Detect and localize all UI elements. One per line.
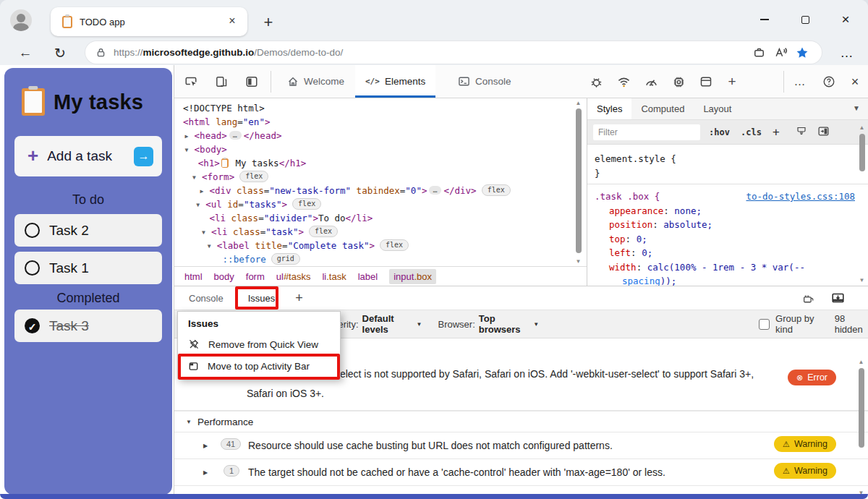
task-item[interactable]: Task 1 xyxy=(14,252,162,284)
scroll-down-icon[interactable]: ▼ xyxy=(856,277,867,283)
drawer-add-tab-plus-icon[interactable]: + xyxy=(291,291,307,306)
scrollbar-thumb[interactable] xyxy=(859,134,865,171)
twisty-open-icon[interactable]: ▼ xyxy=(202,226,211,239)
dock-right-icon[interactable] xyxy=(817,125,830,137)
task-item-completed[interactable]: Task 3 xyxy=(14,310,162,342)
window-close-button[interactable]: × xyxy=(829,10,862,29)
code-line[interactable]: ▼<label title="Complete task">flex xyxy=(174,239,574,252)
profile-avatar[interactable] xyxy=(10,9,32,31)
url-bar[interactable]: https://microsoftedge.github.io/Demos/de… xyxy=(85,41,822,64)
code-line[interactable]: ▼<body> xyxy=(174,142,574,156)
scrollbar-thumb[interactable] xyxy=(576,108,582,253)
error-badge[interactable]: ⊗ Error xyxy=(788,370,836,385)
chevron-down-icon[interactable]: ▼ xyxy=(853,104,860,112)
inline-style-rule[interactable]: element.style { } xyxy=(595,152,676,180)
twisty-open-icon[interactable]: ▼ xyxy=(186,419,192,425)
twisty-open-icon[interactable]: ▼ xyxy=(208,239,217,253)
breadcrumb-li.task[interactable]: li.task xyxy=(322,271,346,282)
twisty-closed-icon[interactable]: ▶ xyxy=(185,129,195,143)
issue-row-warning[interactable]: ▶ 1 The target should not be cached or h… xyxy=(174,459,868,486)
devtools-close-icon[interactable]: × xyxy=(844,72,866,92)
scrollbar-thumb[interactable] xyxy=(859,368,864,448)
code-line[interactable]: ▼<li class="task">flex xyxy=(174,225,574,239)
more-tools-plus-icon[interactable]: + xyxy=(721,72,743,92)
code-line[interactable]: <h1> My tasks</h1> xyxy=(174,156,574,170)
issue-row-warning[interactable]: ▶ 41 Resource should use cache busting b… xyxy=(174,432,868,459)
twisty-closed-icon[interactable]: ▶ xyxy=(200,184,209,198)
css-rule[interactable]: .task .box { to-do-styles.css:108 appear… xyxy=(595,189,855,286)
twisty-closed-icon[interactable]: ▶ xyxy=(203,443,208,449)
scroll-up-icon[interactable]: ▲ xyxy=(573,100,584,106)
refresh-button[interactable]: ↻ xyxy=(48,40,72,65)
code-line[interactable]: <!DOCTYPE html> xyxy=(174,101,574,115)
favorites-star-icon[interactable] xyxy=(791,42,813,64)
expand-drawer-icon[interactable] xyxy=(831,291,845,304)
task-checkbox-checked[interactable] xyxy=(25,318,40,333)
severity-filter-value[interactable]: Default levels xyxy=(362,313,412,335)
tab-styles[interactable]: Styles xyxy=(587,98,631,119)
task-item[interactable]: Task 2 xyxy=(14,214,162,247)
twisty-open-icon[interactable]: ▼ xyxy=(196,198,205,212)
breadcrumb-body[interactable]: body xyxy=(214,271,234,282)
browser-tab[interactable]: TODO app × xyxy=(51,7,247,36)
warning-badge[interactable]: ⚠ Warning xyxy=(774,436,836,452)
task-checkbox[interactable] xyxy=(25,260,40,276)
new-style-rule-plus-icon[interactable]: + xyxy=(773,124,780,140)
tab-welcome[interactable]: Welcome xyxy=(277,65,354,98)
issues-scrollbar[interactable]: ▲ ▼ xyxy=(856,359,867,496)
group-by-kind-checkbox[interactable] xyxy=(759,319,770,330)
devtools-menu-icon[interactable]: … xyxy=(789,72,811,92)
collections-icon[interactable] xyxy=(748,42,770,64)
twisty-open-icon[interactable]: ▼ xyxy=(192,171,202,184)
code-line[interactable]: ▶<div class="new-task-form" tabindex="0"… xyxy=(174,184,574,197)
scroll-up-icon[interactable]: ▲ xyxy=(856,124,867,131)
application-panel-icon[interactable] xyxy=(695,72,717,92)
styles-filter-input[interactable]: Filter xyxy=(593,124,700,140)
warning-badge[interactable]: ⚠ Warning xyxy=(774,463,836,479)
breadcrumb-input.box[interactable]: input.box xyxy=(389,269,436,284)
quick-view-tool-icon[interactable] xyxy=(802,292,816,305)
device-emulation-icon[interactable] xyxy=(210,72,232,92)
breadcrumb-ul#tasks[interactable]: ul#tasks xyxy=(276,271,311,282)
issues-section-performance[interactable]: ▼ Performance xyxy=(174,411,868,432)
read-aloud-icon[interactable] xyxy=(770,42,791,64)
toggle-class[interactable]: .cls xyxy=(741,124,762,140)
tab-elements[interactable]: </> Elements xyxy=(355,65,435,98)
scroll-down-icon[interactable]: ▼ xyxy=(573,258,584,265)
memory-chip-icon[interactable] xyxy=(668,72,689,92)
tab-close-icon[interactable]: × xyxy=(224,14,240,30)
breadcrumb-html[interactable]: html xyxy=(184,271,203,282)
dropdown-caret-icon[interactable]: ▼ xyxy=(417,321,422,328)
add-task-field[interactable]: + Add a task → xyxy=(14,136,162,176)
css-source-link[interactable]: to-do-styles.css:108 xyxy=(746,189,855,204)
browser-menu-button[interactable]: … xyxy=(835,40,859,65)
scroll-up-icon[interactable]: ▲ xyxy=(856,359,867,365)
drawer-tab-console[interactable]: Console xyxy=(184,293,228,304)
browser-filter-value[interactable]: Top browsers xyxy=(479,313,528,335)
code-line[interactable]: ▼<ul id="tasks">flex xyxy=(174,197,574,211)
brush-icon[interactable] xyxy=(796,126,807,137)
styles-scrollbar[interactable]: ▲ ▼ xyxy=(856,124,867,283)
tab-layout[interactable]: Layout xyxy=(694,98,741,119)
back-button[interactable]: ← xyxy=(13,40,38,65)
tab-console[interactable]: Console xyxy=(448,65,522,98)
dropdown-caret-icon[interactable]: ▼ xyxy=(533,321,539,328)
twisty-open-icon[interactable]: ▼ xyxy=(185,143,195,157)
hidden-issues-count[interactable]: 98 hidden xyxy=(835,313,868,335)
network-conditions-wifi-icon[interactable] xyxy=(613,72,634,92)
help-icon[interactable] xyxy=(818,72,840,92)
task-checkbox[interactable] xyxy=(25,223,40,238)
breadcrumb-form[interactable]: form xyxy=(246,271,265,282)
inspect-element-icon[interactable] xyxy=(180,72,202,92)
twisty-closed-icon[interactable]: ▶ xyxy=(203,469,208,476)
tab-computed[interactable]: Computed xyxy=(631,98,694,119)
submit-task-button[interactable]: → xyxy=(134,147,153,166)
code-line[interactable]: ▶<head>…</head> xyxy=(174,129,574,142)
code-line[interactable]: ▼<form>flex xyxy=(174,170,574,184)
activity-bar-dock-icon[interactable] xyxy=(241,72,263,92)
new-tab-button[interactable]: + xyxy=(259,13,278,32)
window-maximize-button[interactable] xyxy=(788,10,822,29)
window-minimize-button[interactable] xyxy=(748,10,781,29)
menu-item-remove-from-quick-view[interactable]: Remove from Quick View xyxy=(178,333,340,355)
breadcrumb-label[interactable]: label xyxy=(358,271,378,282)
